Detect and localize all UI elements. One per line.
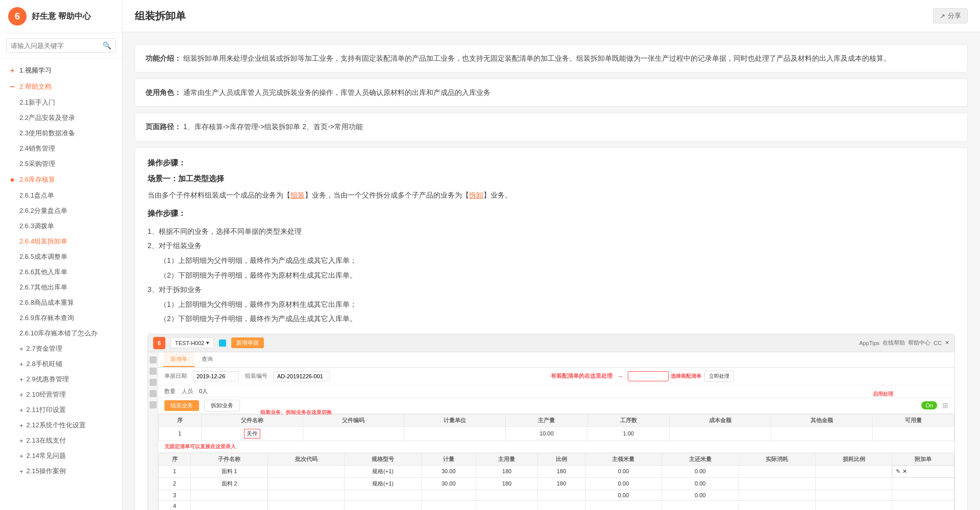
sidebar-item-purchase[interactable]: 2.5采购管理 <box>0 156 122 172</box>
mock-left-sidebar <box>148 352 158 510</box>
mock-add-btn[interactable]: 新增单据 <box>231 337 264 348</box>
sidebar-item-assemble-label: 2.6.4组装拆卸单 <box>19 237 67 246</box>
plus-icon-cases: + <box>19 468 23 475</box>
mock-apps-label: AppTips <box>859 340 879 346</box>
mock-tabs-row: 新增单 查询 <box>158 352 954 368</box>
sidebar-item-video[interactable]: + 1.视频学习 <box>0 62 122 79</box>
sidebar-item-custom[interactable]: + 2.12系统个性化设置 <box>0 418 122 433</box>
sidebar-item-coupon[interactable]: + 2.9优惠券管理 <box>0 372 122 387</box>
sidebar-item-mobile[interactable]: + 2.8手机旺铺 <box>0 356 122 372</box>
sidebar-item-install[interactable]: 2.2产品安装及登录 <box>0 110 122 126</box>
func-intro-text: 组装拆卸单用来处理企业组装或拆卸等加工业务，支持有固定装配清单的产品加工业务，也… <box>183 54 891 62</box>
mock-tab-query[interactable]: 查询 <box>194 352 220 367</box>
sidebar-item-new[interactable]: 2.1新手入门 <box>0 95 122 110</box>
th-avail: 可用量 <box>872 414 954 426</box>
mock-disassemble-btn[interactable]: 拆卸业务 <box>204 400 240 411</box>
main-area: 组装拆卸单 ↗ 分享 功能介绍： 组装拆卸单用来处理企业组装或拆卸等加工业务，支… <box>122 0 980 510</box>
logo-area: 6 好生意 帮助中心 <box>0 0 122 33</box>
lower-table-row-2: 2 面料 2 规格(+1) 30.00 180 180 0.00 <box>159 477 954 490</box>
mock-helpcenter-label: 帮助中心 <box>908 339 930 347</box>
step3-sub1: （1）上部明细为父件明细，最终作为原材料生成其它出库单； <box>160 298 955 311</box>
screenshot-container: 6 TEST-H002 ▾ 新增单据 AppTips <box>148 334 955 510</box>
sidebar-item-stockerror[interactable]: 2.6.10库存账本错了怎么办 <box>0 326 122 341</box>
ops-title: 操作步骤： <box>148 158 955 168</box>
sidebar-item-docs[interactable]: − 2.帮助文档 <box>0 79 122 95</box>
th-seq: 序 <box>159 414 202 426</box>
sidebar-item-ops[interactable]: + 2.10经营管理 <box>0 387 122 402</box>
sidebar-item-partial[interactable]: 2.6.2分量盘点单 <box>0 203 122 218</box>
sidebar-item-stocktake[interactable]: 2.6.1盘点单 <box>0 188 122 203</box>
mock-date-input[interactable] <box>193 371 239 381</box>
sidebar-item-coupon-label: 2.9优惠券管理 <box>27 375 69 384</box>
mock-screenshot: 6 TEST-H002 ▾ 新增单据 AppTips <box>148 334 954 510</box>
path-text: 1、库存核算->库存管理->组装拆卸单 2、首页->常用功能 <box>183 123 363 131</box>
lower-table-row-4: 4 <box>159 500 954 510</box>
mock-sidebar-icon-5 <box>150 401 157 408</box>
parent-name-highlighted: 关件 <box>244 429 260 439</box>
dot-icon: ● <box>8 176 16 184</box>
share-button[interactable]: ↗ 分享 <box>933 8 968 23</box>
func-intro-block: 功能介绍： 组装拆卸单用来处理企业组装或拆卸等加工业务，支持有固定装配清单的产品… <box>135 44 968 72</box>
step1: 1、根据不同的业务，选择不同单据的类型来处理 <box>148 225 955 238</box>
steps-list: 1、根据不同的业务，选择不同单据的类型来处理 2、对于组装业务 （1）上部明细为… <box>148 225 955 326</box>
mock-id-input[interactable] <box>274 371 330 381</box>
sidebar-item-stocktake-label: 2.6.1盘点单 <box>19 191 54 200</box>
mock-toggle-row: 组装业务 拆卸业务 组装业务、拆卸业务在这里切换 启用处理 <box>158 398 954 414</box>
sidebar-item-cost[interactable]: 2.6.5成本调整单 <box>0 249 122 264</box>
sidebar-item-data[interactable]: 2.3使用前数据准备 <box>0 126 122 141</box>
sidebar-item-inventory[interactable]: ● 2.6库存核算 <box>0 172 122 188</box>
plus-icon: + <box>8 66 16 75</box>
role-label: 使用角色： <box>145 88 181 96</box>
app-logo-title: 好生意 帮助中心 <box>32 11 91 22</box>
sidebar-item-custom-label: 2.12系统个性化设置 <box>27 421 86 430</box>
plus-icon-faq: + <box>19 452 23 460</box>
annotation5: 无固定清单可以直接在这里录入 <box>158 441 954 453</box>
func-intro-label: 功能介绍： <box>145 54 181 62</box>
plus-icon-finance: + <box>19 345 23 353</box>
annotation1: 有装配清单的在这里处理 <box>551 372 612 380</box>
search-box[interactable]: 🔍 <box>6 38 116 53</box>
sidebar-item-stockcheck-label: 2.6.9库存账本查询 <box>19 313 74 323</box>
mock-expand-icon[interactable]: ⊞ <box>942 401 948 409</box>
mock-app-icon: 6 <box>153 337 165 349</box>
step3-subs: （1）上部明细为父件明细，最终作为原材料生成其它出库单； （2）下部明细为子件明… <box>160 298 955 326</box>
on-badge[interactable]: On <box>921 401 937 409</box>
mock-sidebar-icon-3 <box>150 379 157 386</box>
close-icon[interactable]: ✕ <box>945 339 949 346</box>
mock-tab-new[interactable]: 新增单 <box>163 352 194 367</box>
sidebar-item-inother[interactable]: 2.6.6其他入库单 <box>0 264 122 280</box>
sidebar-item-costrecalc[interactable]: 2.6.8商品成本重算 <box>0 295 122 310</box>
sidebar-item-outother[interactable]: 2.6.7其他出库单 <box>0 280 122 295</box>
main-header: 组装拆卸单 ↗ 分享 <box>122 0 980 32</box>
search-icon[interactable]: 🔍 <box>103 41 111 50</box>
sidebar-item-docs-label: 2.帮助文档 <box>19 82 52 91</box>
mock-bom-input[interactable] <box>628 371 669 381</box>
sidebar-item-pay[interactable]: + 2.13在线支付 <box>0 433 122 448</box>
th-other: 其他金额 <box>771 414 872 426</box>
sidebar-item-adjust[interactable]: 2.6.3调拨单 <box>0 218 122 234</box>
search-input[interactable] <box>11 42 103 50</box>
sidebar-item-finance[interactable]: + 2.7资金管理 <box>0 341 122 356</box>
th-process: 工序数 <box>587 414 669 426</box>
mock-assemble-btn[interactable]: 组装业务 <box>164 400 199 411</box>
delete-icon-1[interactable]: ✕ <box>902 468 907 475</box>
mock-main-content: 新增单 查询 单据日期 组装编号 <box>158 352 954 510</box>
sidebar-item-faq[interactable]: + 2.14常见问题 <box>0 448 122 464</box>
sidebar-item-outother-label: 2.6.7其他出库单 <box>19 283 67 292</box>
mock-confirm-btn[interactable]: 立即处理 <box>704 371 734 382</box>
mock-sidebar-icon-2 <box>150 368 157 375</box>
annotation4: 启用处理 <box>873 391 893 398</box>
sidebar-item-print[interactable]: + 2.11打印设置 <box>0 402 122 418</box>
sidebar-item-sales[interactable]: 2.4销售管理 <box>0 141 122 156</box>
th-unit: 计量单位 <box>404 414 506 426</box>
mock-date-label: 单据日期 <box>164 372 187 380</box>
sidebar-item-stockcheck[interactable]: 2.6.9库存账本查询 <box>0 310 122 326</box>
sidebar-item-faq-label: 2.14常见问题 <box>27 451 66 460</box>
mock-icon-1 <box>219 339 226 347</box>
edit-icon[interactable]: ✎ <box>896 468 900 475</box>
sidebar-item-assemble[interactable]: 2.6.4组装拆卸单 <box>0 234 122 249</box>
sidebar-item-new-label: 2.1新手入门 <box>19 98 55 107</box>
sidebar-item-cases-label: 2.15操作案例 <box>27 467 66 476</box>
sidebar-item-cases[interactable]: + 2.15操作案例 <box>0 464 122 479</box>
mock-sidebar-icon-4 <box>150 390 157 397</box>
